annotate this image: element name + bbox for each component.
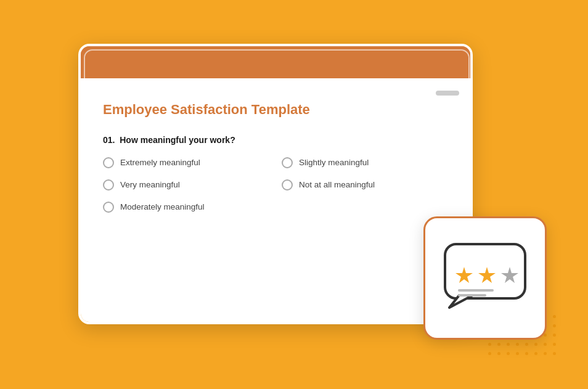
option-label-not-at-all: Not at all meaningful <box>299 180 375 189</box>
monitor-content: Employee Satisfaction Template 01. How m… <box>81 78 470 324</box>
option-label-slightly: Slightly meaningful <box>299 158 369 167</box>
chat-bubble-card <box>423 216 547 340</box>
radio-moderately-meaningful[interactable] <box>103 202 114 213</box>
monitor-frame: Employee Satisfaction Template 01. How m… <box>78 44 473 324</box>
option-slightly-meaningful[interactable]: Slightly meaningful <box>282 157 448 168</box>
option-label-extremely: Extremely meaningful <box>120 158 200 167</box>
radio-very-meaningful[interactable] <box>103 179 114 190</box>
chat-bubble-icon <box>442 238 528 318</box>
radio-extremely-meaningful[interactable] <box>103 157 114 168</box>
options-grid: Extremely meaningful Slightly meaningful… <box>103 157 448 213</box>
option-label-moderately: Moderately meaningful <box>120 202 205 211</box>
radio-not-at-all-meaningful[interactable] <box>282 179 293 190</box>
option-moderately-meaningful[interactable]: Moderately meaningful <box>103 202 269 213</box>
option-extremely-meaningful[interactable]: Extremely meaningful <box>103 157 269 168</box>
option-not-at-all-meaningful[interactable]: Not at all meaningful <box>282 179 448 190</box>
option-very-meaningful[interactable]: Very meaningful <box>103 179 269 190</box>
question-text: How meaningful your work? <box>120 135 235 145</box>
main-container: Employee Satisfaction Template 01. How m… <box>78 44 510 346</box>
question-label: 01. How meaningful your work? <box>103 135 448 145</box>
form-title: Employee Satisfaction Template <box>103 102 448 118</box>
radio-slightly-meaningful[interactable] <box>282 157 293 168</box>
question-number: 01. <box>103 135 115 145</box>
monitor-header-bar <box>81 46 470 78</box>
option-label-very: Very meaningful <box>120 180 180 189</box>
scrollbar <box>436 91 459 96</box>
